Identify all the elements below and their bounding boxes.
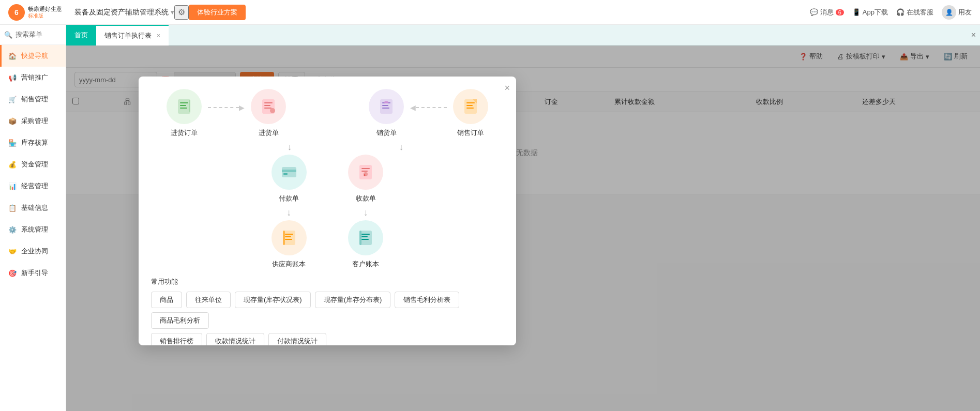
func-receipt-stats[interactable]: 收款情况统计: [206, 333, 264, 345]
headset-icon: 🎧: [896, 8, 904, 16]
svg-point-9: [270, 108, 275, 113]
message-btn[interactable]: 💬 消息 6: [810, 8, 844, 17]
svg-rect-36: [361, 239, 369, 240]
svg-rect-29: [285, 234, 293, 235]
customer-ledger-label: 客户账本: [352, 260, 379, 269]
enterprise-icon: 🤝: [8, 247, 17, 256]
sidebar-item-purchase[interactable]: 📦 采购管理: [0, 110, 66, 132]
svg-text:¥: ¥: [364, 173, 366, 177]
logo-text: 畅康通好生意 标准版: [28, 5, 62, 19]
experience-btn[interactable]: 体验行业方案: [189, 5, 246, 20]
supplier-ledger-icon: [272, 220, 307, 255]
svg-rect-31: [285, 239, 292, 240]
func-sales-ranking[interactable]: 销售排行榜: [151, 333, 202, 345]
modal-box: × 进货订单: [139, 77, 516, 345]
svg-rect-24: [361, 168, 370, 169]
sidebar-item-operations[interactable]: 📊 经营管理: [0, 175, 66, 197]
modal-overlay[interactable]: × 进货订单: [66, 45, 980, 411]
tab-bar: 首页 销售订单执行表 × ×: [66, 25, 980, 45]
purchase-icon: 📦: [8, 116, 17, 126]
func-sales-margin[interactable]: 销售毛利分析表: [395, 292, 459, 308]
sidebar-item-marketing[interactable]: 📢 营销推广: [0, 67, 66, 88]
flow-payment[interactable]: 付款单: [272, 155, 307, 203]
top-bar: 6 畅康通好生意 标准版 装备及固定资产辅助管理系统 ▾ ⚙ 体验行业方案 💬 …: [0, 0, 980, 25]
svg-rect-22: [283, 173, 288, 175]
dropdown-arrow-icon[interactable]: ▾: [171, 8, 174, 16]
tab-close-icon[interactable]: ×: [157, 32, 160, 39]
main-content: ❓ 帮助 🖨 按模板打印 ▾ 📤 导出 ▾ 🔄: [66, 45, 980, 411]
svg-rect-14: [384, 101, 388, 103]
tab-home[interactable]: 首页: [66, 25, 96, 45]
customer-ledger-icon: [348, 220, 383, 255]
purchase-order-label: 进货订单: [171, 128, 198, 138]
content-area: 首页 销售订单执行表 × × ❓ 帮助 🖨: [66, 25, 980, 411]
flow-customer-ledger[interactable]: 客户账本: [348, 220, 383, 269]
svg-rect-21: [282, 170, 296, 172]
common-functions: 常用功能 商品 往来单位 现存量(库存状况表) 现存量(库存分布表) 销售毛利分…: [151, 277, 504, 345]
sales-bill-label: 销货单: [376, 128, 397, 138]
svg-rect-35: [361, 236, 368, 237]
func-stock-status[interactable]: 现存量(库存状况表): [235, 292, 311, 308]
svg-rect-2: [180, 105, 186, 106]
inventory-icon: 🏪: [8, 138, 17, 147]
gear-button[interactable]: ⚙: [174, 5, 189, 20]
logo-area: 6 畅康通好生意 标准版: [8, 4, 70, 21]
receipt-icon: ¥: [348, 155, 383, 190]
sales-order-label: 销售订单: [457, 128, 484, 138]
sidebar-item-guide[interactable]: 🎯 新手引导: [0, 262, 66, 284]
flow-sales-order[interactable]: 销售订单: [453, 89, 488, 138]
finance-icon: 💰: [8, 160, 17, 169]
svg-rect-18: [466, 108, 474, 109]
tab-close-corner[interactable]: ×: [971, 31, 976, 40]
flow-sales-bill[interactable]: 销货单: [369, 89, 404, 138]
func-stock-dist[interactable]: 现存量(库存分布表): [315, 292, 391, 308]
sidebar-item-enterprise[interactable]: 🤝 企业协同: [0, 240, 66, 262]
purchase-order-icon: [167, 89, 202, 124]
user-avatar[interactable]: 👤 用友: [942, 5, 972, 20]
sales-order-icon: [453, 89, 488, 124]
top-right-area: 💬 消息 6 📱 App下载 🎧 在线客服 👤 用友: [810, 5, 972, 20]
sidebar-item-system[interactable]: ⚙️ 系统管理: [0, 219, 66, 240]
flow-receipt[interactable]: ¥ 收款单: [348, 155, 383, 203]
svg-rect-3: [180, 108, 187, 109]
system-icon: ⚙️: [8, 225, 17, 234]
svg-rect-6: [264, 102, 273, 103]
sidebar-item-quick-nav[interactable]: 🏠 快捷导航: [0, 45, 66, 67]
func-counterpart[interactable]: 往来单位: [186, 292, 231, 308]
svg-rect-25: [361, 171, 368, 172]
marketing-icon: 📢: [8, 73, 17, 82]
sidebar-item-sales[interactable]: 🛒 销售管理: [0, 88, 66, 110]
modal-close-btn[interactable]: ×: [504, 83, 510, 94]
svg-rect-0: [178, 99, 190, 114]
func-goods[interactable]: 商品: [151, 292, 182, 308]
common-buttons-row1: 商品 往来单位 现存量(库存状况表) 现存量(库存分布表) 销售毛利分析表 商品…: [151, 292, 504, 329]
func-payment-stats[interactable]: 付款情况统计: [268, 333, 326, 345]
app-download-btn[interactable]: 📱 App下载: [852, 8, 888, 17]
phone-icon: 📱: [852, 8, 861, 16]
tab-sales-order[interactable]: 销售订单执行表 ×: [96, 25, 169, 45]
svg-rect-16: [466, 102, 475, 103]
func-goods-margin[interactable]: 商品毛利分析: [151, 312, 209, 329]
online-service-btn[interactable]: 🎧 在线客服: [896, 8, 933, 17]
receipt-label: 收款单: [356, 194, 376, 203]
flow-supplier-ledger[interactable]: 供应商账本: [272, 220, 307, 269]
sales-icon: 🛒: [8, 95, 17, 104]
svg-rect-17: [466, 105, 473, 106]
svg-rect-12: [382, 105, 388, 106]
svg-marker-4: [189, 100, 190, 112]
message-badge: 6: [836, 9, 844, 16]
svg-rect-13: [382, 108, 389, 109]
search-menu[interactable]: 🔍 搜索菜单: [0, 25, 66, 45]
sidebar-item-inventory[interactable]: 🏪 库存核算: [0, 132, 66, 154]
flow-purchase-order[interactable]: 进货订单: [167, 89, 202, 138]
sidebar-item-basic[interactable]: 📋 基础信息: [0, 197, 66, 219]
logo-icon: 6: [8, 4, 25, 21]
system-title: 装备及固定资产辅助管理系统: [74, 8, 169, 17]
svg-rect-32: [283, 231, 285, 245]
flow-purchase-bill[interactable]: 进货单: [251, 89, 286, 138]
message-icon: 💬: [810, 8, 818, 16]
svg-rect-7: [264, 105, 270, 106]
svg-rect-1: [180, 102, 188, 103]
search-icon: 🔍: [4, 31, 12, 39]
sidebar-item-finance[interactable]: 💰 资金管理: [0, 154, 66, 175]
